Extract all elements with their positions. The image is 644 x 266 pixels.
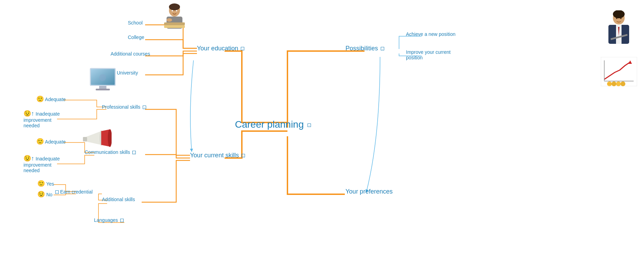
additional-courses-label[interactable]: Additional courses [111,51,150,57]
svg-point-7 [167,18,172,22]
inadequate1-label: 😟↑ Inadequate improvement needed [23,110,65,128]
svg-point-32 [612,81,616,86]
svg-rect-11 [99,86,106,89]
svg-point-26 [620,18,622,19]
svg-rect-2 [164,22,185,25]
svg-point-25 [616,18,617,19]
adequate2-label: 🙂 Adequate [36,138,66,145]
svg-point-20 [613,10,625,18]
adequate1-label: 🙂 Adequate [36,95,66,103]
svg-marker-14 [86,131,101,145]
chart-image [601,57,637,86]
student-image [159,3,190,35]
possibilities-label[interactable]: Possibilities - [345,45,384,52]
computer-image [88,67,117,93]
languages-label[interactable]: Languages - [94,217,124,223]
svg-rect-12 [96,89,110,90]
your-current-skills-label[interactable]: Your current skills - [190,152,245,159]
inadequate2-label: 😟↑ Inadequate improvement needed [23,155,65,173]
earn-credential-label[interactable]: - Earn credential [54,189,93,195]
no-label: 😟 No [37,190,53,198]
svg-point-34 [621,81,625,86]
additional-skills-label[interactable]: Additional skills [102,197,135,202]
university-label[interactable]: University [117,70,138,76]
svg-point-35 [607,83,612,85]
yes-label: 🙂 Yes [37,180,54,187]
svg-rect-15 [83,137,87,141]
achieve-label[interactable]: Achieve a new position [406,31,455,37]
your-preferences-label: Your preferences [345,188,392,195]
center-label: Career planning - [235,119,311,130]
businessman-image [601,10,637,48]
svg-point-6 [176,10,177,11]
svg-point-33 [616,81,621,86]
professional-skills-label[interactable]: Professional skills - [102,104,146,110]
improve-label[interactable]: Improve your current position [406,49,461,60]
college-label[interactable]: College [128,35,144,40]
svg-rect-3 [164,25,185,28]
svg-point-4 [169,3,180,10]
your-education-label[interactable]: Your education - [197,45,244,52]
svg-point-13 [99,74,106,81]
svg-point-5 [172,10,173,11]
megaphone-image [82,129,112,152]
school-label[interactable]: School [128,20,143,26]
